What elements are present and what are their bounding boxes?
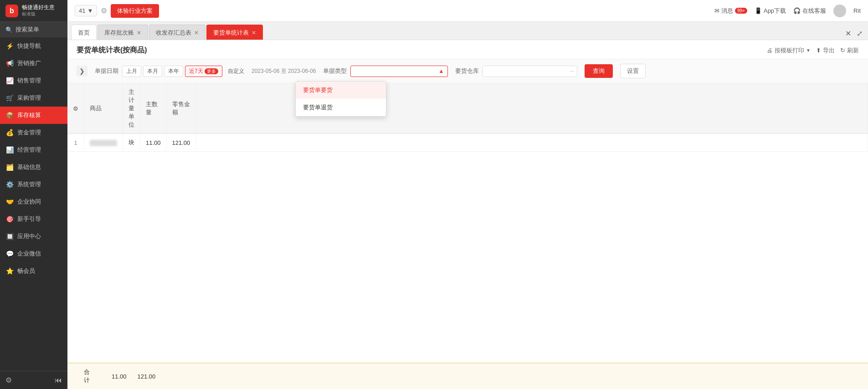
- tab-inventory-batch[interactable]: 库存批次账 ✕: [98, 25, 148, 40]
- sidebar-icon-basic: 🗂️: [5, 164, 14, 171]
- row-extra: [196, 134, 868, 152]
- col-amount: 零售金额: [166, 83, 196, 134]
- sidebar-item-system[interactable]: ⚙️ 系统管理: [0, 176, 67, 193]
- logo-icon: b: [5, 5, 18, 17]
- date-btn-this-month[interactable]: 本月: [143, 66, 162, 77]
- tab-home[interactable]: 首页: [71, 25, 97, 40]
- sidebar-icon-purchase: 🛒: [5, 94, 14, 102]
- total-amount: 121.00: [132, 363, 161, 389]
- total-row: 合计 11.00 121.00: [67, 363, 868, 389]
- sidebar-item-sales[interactable]: 📈 销售管理: [0, 72, 67, 89]
- service-icon: 🎧: [793, 7, 801, 14]
- messages-badge: 99+: [735, 8, 747, 14]
- topbar: 41 ▼ ⚙ 体验行业方案 ✉ 消息 99+ 📱 App下载 🎧 在线客服 Ri…: [67, 0, 868, 22]
- sidebar-item-finance[interactable]: 💰 资金管理: [0, 124, 67, 141]
- date-btn-this-year[interactable]: 本年: [164, 66, 183, 77]
- app-icon: 📱: [755, 7, 762, 14]
- filter-toggle-btn[interactable]: ❯: [77, 66, 87, 77]
- col-settings[interactable]: ⚙: [67, 83, 84, 134]
- app-download-btn[interactable]: 📱 App下载: [755, 7, 786, 15]
- store-id: 41: [79, 7, 85, 14]
- tab-receive-summary[interactable]: 收发存汇总表 ✕: [149, 25, 205, 40]
- collapse-icon[interactable]: ⏮: [55, 376, 62, 384]
- sidebar-item-guide[interactable]: 🎯 新手引导: [0, 210, 67, 228]
- page-content: 要货单统计表(按商品) 🖨 按模板打印 ▼ ⬆ 导出 ↻ 刷新 ❯: [67, 40, 868, 389]
- col-unit: 主计量单位: [123, 83, 140, 134]
- warehouse-select-input[interactable]: [483, 66, 567, 77]
- app-download-label: App下载: [764, 7, 786, 15]
- sidebar-label-guide: 新手引导: [17, 215, 41, 223]
- trial-button[interactable]: 体验行业方案: [111, 4, 159, 18]
- warehouse-filter-label: 要货仓库: [455, 67, 479, 75]
- sidebar-item-operation[interactable]: 📊 经营管理: [0, 141, 67, 159]
- sidebar-item-inventory[interactable]: 📦 库存核算: [0, 107, 67, 124]
- tab-close-all-btn[interactable]: ✕: [843, 27, 853, 40]
- col-settings-icon: ⚙: [73, 105, 78, 112]
- tab-home-label: 首页: [78, 29, 90, 37]
- messages-btn[interactable]: ✉ 消息 99+: [714, 7, 747, 15]
- sidebar-item-quick-nav[interactable]: ⚡ 快捷导航: [0, 37, 67, 55]
- sidebar-label-operation: 经营管理: [17, 146, 41, 154]
- online-service-btn[interactable]: 🎧 在线客服: [793, 7, 826, 15]
- user-avatar[interactable]: [833, 5, 846, 17]
- sidebar-label-inventory: 库存核算: [17, 111, 41, 119]
- data-table: ⚙ 商品 主计量单位 主数量 零售金额 1: [67, 83, 868, 152]
- topbar-right: ✉ 消息 99+ 📱 App下载 🎧 在线客服 Rit: [714, 5, 861, 17]
- settings-icon[interactable]: ⚙: [5, 376, 12, 384]
- sidebar-item-apps[interactable]: 🔲 应用中心: [0, 228, 67, 245]
- dropdown-item-0[interactable]: 要货单要货: [296, 82, 386, 99]
- sidebar-item-wechat[interactable]: 💬 企业微信: [0, 245, 67, 262]
- total-quantity: 11.00: [106, 363, 132, 389]
- col-quantity: 主数量: [140, 83, 167, 134]
- sidebar-item-marketing[interactable]: 📢 营销推广: [0, 55, 67, 72]
- refresh-label: 刷新: [847, 46, 859, 55]
- date-btn-7days[interactable]: 近7天 更多: [185, 66, 222, 77]
- sidebar-search[interactable]: 🔍 搜索菜单: [0, 22, 67, 37]
- dropdown-item-1[interactable]: 要货单退货: [296, 99, 386, 116]
- sidebar-item-enterprise[interactable]: 🤝 企业协同: [0, 193, 67, 210]
- main-area: 41 ▼ ⚙ 体验行业方案 ✉ 消息 99+ 📱 App下载 🎧 在线客服 Ri…: [67, 0, 868, 389]
- total-unit-empty: [95, 363, 106, 389]
- date-btn-last-month[interactable]: 上月: [122, 66, 141, 77]
- sidebar-item-member[interactable]: ⭐ 畅会员: [0, 262, 67, 280]
- query-button[interactable]: 查询: [585, 64, 613, 78]
- sidebar-icon-system: ⚙️: [5, 181, 14, 188]
- settings-gear-icon[interactable]: ⚙: [101, 6, 107, 15]
- warehouse-more-btn[interactable]: ···: [567, 66, 577, 76]
- store-select[interactable]: 41 ▼: [75, 5, 97, 16]
- sidebar-icon-sales: 📈: [5, 77, 14, 84]
- date-btn-custom[interactable]: 自定义: [224, 66, 248, 77]
- tab-receive-summary-label: 收发存汇总表: [156, 29, 191, 37]
- table-wrap: ⚙ 商品 主计量单位 主数量 零售金额 1: [67, 83, 868, 363]
- tab-order-summary-label: 要货单统计表: [213, 29, 249, 37]
- user-name: Rit: [853, 7, 861, 14]
- tab-order-summary[interactable]: 要货单统计表 ✕: [206, 25, 263, 40]
- tab-inventory-batch-close[interactable]: ✕: [137, 30, 141, 36]
- tab-receive-summary-close[interactable]: ✕: [194, 30, 199, 36]
- sidebar-label-quick-nav: 快捷导航: [17, 42, 41, 50]
- date-buttons: 上月 本月 本年 近7天 更多 自定义: [122, 66, 248, 77]
- sidebar-icon-operation: 📊: [5, 146, 14, 154]
- total-empty-0: [67, 363, 78, 389]
- row-product: [84, 134, 123, 152]
- tab-expand-btn[interactable]: ⤢: [855, 27, 864, 40]
- export-btn[interactable]: ⬆ 导出: [816, 46, 835, 55]
- settings-button[interactable]: 设置: [620, 64, 646, 78]
- print-arrow-icon: ▼: [806, 48, 811, 53]
- sidebar-label-purchase: 采购管理: [17, 94, 41, 102]
- refresh-btn[interactable]: ↻ 刷新: [840, 46, 859, 55]
- date-range-display: 2023-05-06 至 2023-06-06: [252, 67, 316, 75]
- sidebar-icon-guide: 🎯: [5, 215, 14, 223]
- row-quantity: 11.00: [140, 134, 167, 152]
- sidebar-label-system: 系统管理: [17, 180, 41, 189]
- total-table: 合计 11.00 121.00: [67, 363, 868, 389]
- print-label: 按模板打印: [775, 46, 804, 55]
- type-select-input[interactable]: [351, 66, 435, 77]
- tab-order-summary-close[interactable]: ✕: [252, 30, 256, 36]
- type-select-arrow[interactable]: ▲: [435, 66, 447, 76]
- print-btn[interactable]: 🖨 按模板打印 ▼: [767, 46, 811, 55]
- sidebar-icon-enterprise: 🤝: [5, 198, 14, 205]
- table-body: 1 块 11.00 121.00: [67, 134, 868, 152]
- sidebar-item-purchase[interactable]: 🛒 采购管理: [0, 89, 67, 107]
- sidebar-item-basic[interactable]: 🗂️ 基础信息: [0, 159, 67, 176]
